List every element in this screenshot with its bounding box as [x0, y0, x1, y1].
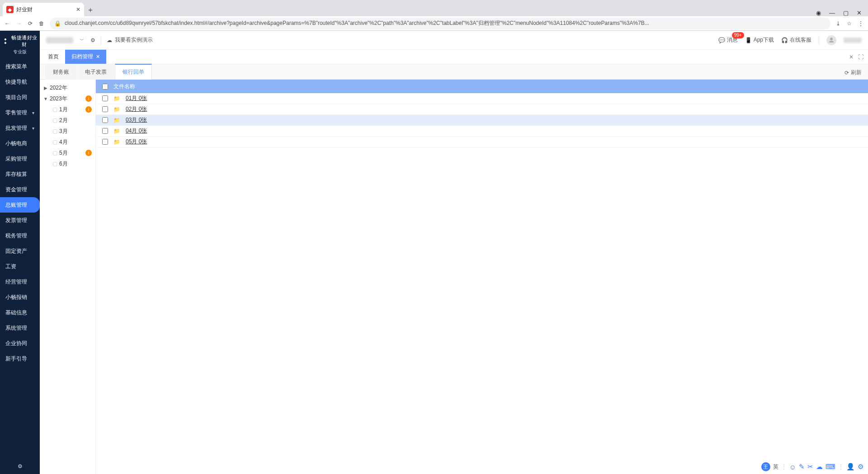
tree-node-2023[interactable]: ▼ 2023年 i: [40, 93, 95, 104]
sidebar-item-6[interactable]: 采购管理: [0, 151, 40, 166]
chevron-down-icon: ▾: [32, 110, 34, 115]
sidebar-item-10[interactable]: 发票管理: [0, 213, 40, 228]
sidebar-item-label: 经营管理: [5, 278, 27, 286]
sidebar-item-12[interactable]: 固定资产: [0, 243, 40, 259]
grid-row-3[interactable]: 📁04月 0张: [96, 126, 868, 137]
address-bar[interactable]: 🔒 cloud.chanjet.com/cc/u6d89qwnryel/57bf…: [50, 18, 830, 29]
ime-gear-icon[interactable]: ⚙: [858, 463, 863, 471]
row-filename-link[interactable]: 05月 0张: [126, 138, 147, 146]
row-checkbox[interactable]: [102, 139, 108, 145]
org-selector[interactable]: ﹀ ⚙: [46, 37, 95, 43]
tabs-expand-icon[interactable]: ⛶: [858, 54, 863, 60]
row-filename-link[interactable]: 03月 0张: [126, 116, 147, 124]
window-maximize-icon[interactable]: ▢: [843, 9, 849, 16]
tree-node-month-5[interactable]: ▢5月i: [40, 147, 95, 158]
tab-home[interactable]: 首页: [42, 50, 65, 64]
ime-edit-icon[interactable]: ✎: [799, 463, 805, 471]
subtab-financial[interactable]: 财务账: [45, 64, 77, 80]
row-filename-link[interactable]: 01月 0张: [126, 95, 147, 102]
folder-outline-icon: ▢: [52, 106, 57, 113]
subtab-bank-receipt[interactable]: 银行回单: [115, 64, 152, 80]
row-checkbox[interactable]: [102, 95, 108, 101]
sidebar-item-2[interactable]: 项目合同: [0, 90, 40, 105]
tab-close-icon[interactable]: ✕: [96, 54, 100, 60]
row-checkbox[interactable]: [102, 106, 108, 112]
tree-month-label: 1月: [59, 106, 68, 114]
sidebar-item-label: 资金管理: [5, 186, 27, 194]
tree-node-month-4[interactable]: ▢4月: [40, 137, 95, 147]
new-tab-button[interactable]: ＋: [84, 4, 97, 16]
sidebar-item-14[interactable]: 经营管理: [0, 274, 40, 289]
sidebar-item-5[interactable]: 小畅电商: [0, 136, 40, 151]
ime-cloud-icon[interactable]: ☁: [816, 463, 823, 471]
nav-reload-icon[interactable]: ⟳: [28, 20, 33, 27]
alert-dot-icon: i: [85, 150, 92, 156]
sidebar-item-label: 工资: [5, 263, 16, 270]
avatar[interactable]: [826, 35, 836, 45]
chevron-down-icon[interactable]: ﹀: [77, 37, 87, 43]
grid-row-2[interactable]: 📁03月 0张: [96, 115, 868, 126]
ime-user-icon[interactable]: 👤: [846, 463, 855, 471]
nav-delete-icon[interactable]: 🗑: [39, 20, 44, 27]
app-download-button[interactable]: 📱 App下载: [745, 36, 774, 44]
tree-node-month-3[interactable]: ▢3月: [40, 126, 95, 137]
grid-row-4[interactable]: 📁05月 0张: [96, 137, 868, 147]
sidebar-item-18[interactable]: 企业协同: [0, 336, 40, 351]
sidebar-item-11[interactable]: 税务管理: [0, 228, 40, 243]
browser-menu-icon[interactable]: ⋮: [858, 20, 863, 27]
tree-node-2022[interactable]: ▶ 2022年: [40, 82, 95, 93]
sidebar-item-7[interactable]: 库存核算: [0, 166, 40, 182]
sidebar-item-label: 发票管理: [5, 217, 27, 224]
row-filename-link[interactable]: 04月 0张: [126, 127, 147, 135]
sidebar-item-9[interactable]: 总账管理: [0, 197, 40, 213]
nav-back-icon[interactable]: ←: [5, 20, 10, 27]
sidebar-item-4[interactable]: 批发管理▾: [0, 120, 40, 136]
sidebar-item-3[interactable]: 零售管理▾: [0, 105, 40, 120]
sidebar-item-1[interactable]: 快捷导航: [0, 74, 40, 90]
user-icon[interactable]: ◉: [816, 9, 821, 16]
sidebar-item-8[interactable]: 资金管理: [0, 182, 40, 197]
online-service-button[interactable]: 🎧 在线客服: [781, 36, 811, 44]
ime-keyboard-icon[interactable]: ⌨: [826, 463, 835, 471]
tree-node-month-2[interactable]: ▢2月: [40, 115, 95, 126]
refresh-button[interactable]: ⟳ 刷新: [844, 69, 868, 79]
sidebar-item-16[interactable]: 基础信息: [0, 305, 40, 320]
ime-lang[interactable]: 英: [773, 463, 778, 471]
window-close-icon[interactable]: ✕: [857, 9, 862, 16]
demo-link[interactable]: ☁ 我要看实例演示: [107, 36, 153, 44]
row-checkbox[interactable]: [102, 128, 108, 134]
row-filename-link[interactable]: 02月 0张: [126, 105, 147, 113]
nav-forward-icon[interactable]: →: [16, 20, 22, 27]
separator: ⋮: [838, 464, 844, 470]
bookmark-star-icon[interactable]: ☆: [847, 20, 852, 27]
subtab-einvoice[interactable]: 电子发票: [77, 64, 114, 80]
sidebar-item-0[interactable]: 搜索菜单: [0, 59, 40, 74]
install-app-icon[interactable]: ⤓: [836, 20, 840, 27]
ime-smile-icon[interactable]: ☺: [789, 463, 796, 471]
folder-icon: 📁: [113, 139, 120, 145]
tree-node-month-1[interactable]: ▢1月i: [40, 104, 95, 115]
grid-row-1[interactable]: 📁02月 0张: [96, 104, 868, 115]
messages-button[interactable]: 💬 消息 99+: [718, 36, 738, 44]
grid-row-0[interactable]: 📁01月 0张: [96, 93, 868, 104]
online-service-label: 在线客服: [790, 36, 811, 44]
tab-archive[interactable]: 归档管理 ✕: [65, 50, 106, 64]
sidebar-item-19[interactable]: 新手引导: [0, 351, 40, 366]
tree-month-label: 2月: [59, 117, 68, 124]
ime-pill[interactable]: 王: [761, 462, 770, 471]
sidebar-item-17[interactable]: 系统管理: [0, 320, 40, 336]
tabs-close-all-icon[interactable]: ✕: [849, 54, 854, 60]
gear-icon[interactable]: ⚙: [90, 37, 95, 43]
sidebar-item-13[interactable]: 工资: [0, 259, 40, 274]
window-minimize-icon[interactable]: —: [829, 9, 835, 16]
tree-node-month-6[interactable]: ▢6月: [40, 158, 95, 169]
sidebar-settings-icon[interactable]: ⚙: [0, 459, 40, 474]
tab-close-icon[interactable]: ✕: [76, 6, 80, 13]
ime-mic-icon[interactable]: ✂: [807, 463, 813, 471]
browser-tab[interactable]: ◆ 好业财 ✕: [3, 3, 84, 16]
select-all-checkbox[interactable]: [102, 84, 108, 90]
sidebar-item-15[interactable]: 小畅报销: [0, 289, 40, 305]
row-checkbox[interactable]: [102, 117, 108, 123]
sidebar-item-label: 税务管理: [5, 232, 27, 240]
lock-icon: 🔒: [54, 20, 61, 27]
